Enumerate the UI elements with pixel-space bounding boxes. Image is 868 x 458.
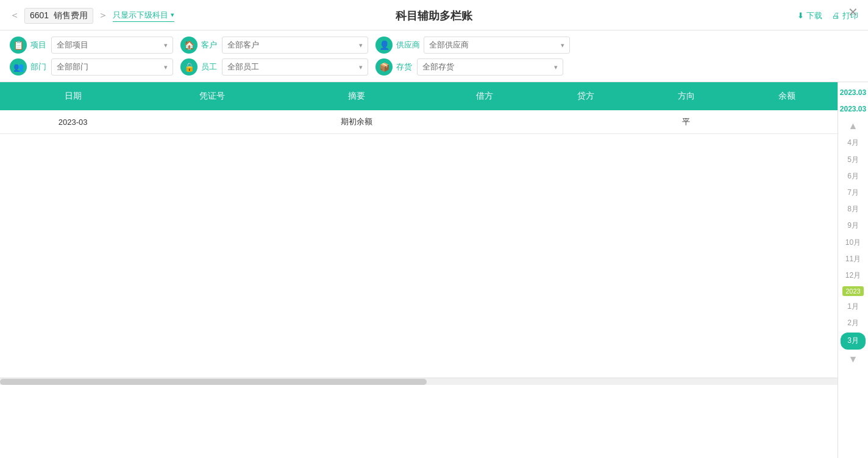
inventory-label: 存货 bbox=[396, 62, 413, 72]
customer-select[interactable]: 全部客户 ▾ bbox=[222, 37, 368, 54]
sidebar-year-badge: 2023 bbox=[842, 286, 863, 296]
dept-select[interactable]: 全部部门 ▾ bbox=[51, 58, 173, 76]
cell-voucher bbox=[146, 110, 279, 134]
table-header-row: 日期 凭证号 摘要 借方 贷方 方向 余额 bbox=[0, 82, 838, 110]
sidebar-scroll-down-button[interactable]: ▼ bbox=[842, 351, 864, 368]
inventory-select[interactable]: 全部存货 ▾ bbox=[417, 58, 563, 76]
supplier-value: 全部供应商 bbox=[429, 40, 469, 51]
show-sub-arrow-icon: ▾ bbox=[171, 11, 174, 19]
col-date: 日期 bbox=[0, 82, 146, 110]
project-select[interactable]: 全部项目 ▾ bbox=[51, 37, 173, 54]
right-sidebar: 2023.03 2023.03 ▲ 4月 5月 6月 7月 8月 9月 10月 … bbox=[838, 82, 868, 458]
account-code: 6601 销售费用 bbox=[24, 8, 93, 24]
sidebar-month-9[interactable]: 9月 bbox=[838, 217, 868, 234]
sidebar-month-6[interactable]: 6月 bbox=[838, 168, 868, 185]
sidebar-month-2[interactable]: 2月 bbox=[838, 315, 868, 331]
employee-select[interactable]: 全部员工 ▾ bbox=[222, 58, 368, 76]
sidebar-month-1[interactable]: 1月 bbox=[838, 298, 868, 315]
cell-debit bbox=[435, 110, 535, 134]
main-window: ＜ 6601 销售费用 ＞ 只显示下级科目 ▾ 科目辅助多栏账 ⬇ 下载 🖨 打… bbox=[0, 0, 868, 458]
sidebar-month-8[interactable]: 8月 bbox=[838, 201, 868, 217]
filter-item-customer: 🏠 客户 全部客户 ▾ bbox=[180, 37, 368, 54]
col-summary: 摘要 bbox=[279, 82, 434, 110]
nav-next-button[interactable]: ＞ bbox=[98, 9, 108, 22]
sidebar-month-3-active[interactable]: 3月 bbox=[841, 333, 866, 349]
customer-value: 全部客户 bbox=[227, 40, 259, 51]
filter-item-inventory: 📦 存货 全部存货 ▾ bbox=[375, 58, 563, 76]
cell-balance bbox=[737, 110, 838, 134]
supplier-arrow-icon: ▾ bbox=[561, 41, 564, 49]
filter-item-supplier: 👤 供应商 全部供应商 ▾ bbox=[375, 37, 570, 54]
filter-row-2: 👥 部门 全部部门 ▾ 🔒 员工 全部员工 ▾ 📦 存货 bbox=[10, 58, 858, 76]
sidebar-year-badge-container: 2023 bbox=[842, 284, 863, 298]
sidebar-month-2023-03-top1[interactable]: 2023.03 bbox=[838, 85, 868, 101]
show-sub-button[interactable]: 只显示下级科目 ▾ bbox=[113, 10, 174, 22]
employee-label: 员工 bbox=[201, 62, 218, 72]
cell-credit bbox=[535, 110, 636, 134]
table-area: 日期 凭证号 摘要 借方 贷方 方向 余额 2023-03 期初余额 平 bbox=[0, 82, 838, 458]
nav-prev-button[interactable]: ＜ bbox=[10, 9, 20, 22]
print-icon: 🖨 bbox=[832, 11, 840, 20]
col-debit: 借方 bbox=[435, 82, 535, 110]
col-voucher: 凭证号 bbox=[146, 82, 279, 110]
dept-arrow-icon: ▾ bbox=[164, 63, 168, 71]
project-icon: 📋 bbox=[10, 37, 27, 54]
customer-label: 客户 bbox=[201, 40, 218, 51]
supplier-icon: 👤 bbox=[375, 37, 393, 54]
ledger-table: 日期 凭证号 摘要 借方 贷方 方向 余额 2023-03 期初余额 平 bbox=[0, 82, 838, 134]
table-row[interactable]: 2023-03 期初余额 平 bbox=[0, 110, 838, 134]
project-label: 项目 bbox=[30, 40, 48, 51]
dept-icon: 👥 bbox=[10, 58, 27, 76]
title-bar: ＜ 6601 销售费用 ＞ 只显示下级科目 ▾ 科目辅助多栏账 ⬇ 下载 🖨 打… bbox=[0, 0, 868, 30]
filter-row-1: 📋 项目 全部项目 ▾ 🏠 客户 全部客户 ▾ 👤 供应商 bbox=[10, 37, 858, 54]
main-content: 日期 凭证号 摘要 借方 贷方 方向 余额 2023-03 期初余额 平 bbox=[0, 82, 868, 458]
sidebar-month-7[interactable]: 7月 bbox=[838, 185, 868, 201]
sidebar-month-5[interactable]: 5月 bbox=[838, 152, 868, 168]
sidebar-month-10[interactable]: 10月 bbox=[838, 234, 868, 251]
scrollbar-thumb[interactable] bbox=[0, 379, 427, 385]
col-direction: 方向 bbox=[636, 82, 736, 110]
supplier-select[interactable]: 全部供应商 ▾ bbox=[424, 37, 570, 54]
download-icon: ⬇ bbox=[797, 11, 804, 20]
page-title: 科目辅助多栏账 bbox=[396, 9, 472, 23]
dept-value: 全部部门 bbox=[57, 62, 88, 72]
cell-summary: 期初余额 bbox=[279, 110, 434, 134]
cell-date: 2023-03 bbox=[0, 110, 146, 134]
inventory-arrow-icon: ▾ bbox=[554, 63, 558, 71]
filter-item-project: 📋 项目 全部项目 ▾ bbox=[10, 37, 173, 54]
employee-icon: 🔒 bbox=[180, 58, 197, 76]
dept-label: 部门 bbox=[30, 62, 48, 72]
project-arrow-icon: ▾ bbox=[164, 41, 168, 49]
employee-value: 全部员工 bbox=[227, 62, 259, 72]
title-bar-left: ＜ 6601 销售费用 ＞ 只显示下级科目 ▾ bbox=[10, 8, 174, 24]
supplier-label: 供应商 bbox=[396, 40, 420, 51]
filter-bar: 📋 项目 全部项目 ▾ 🏠 客户 全部客户 ▾ 👤 供应商 bbox=[0, 30, 868, 82]
inventory-icon: 📦 bbox=[375, 58, 393, 76]
empty-area bbox=[0, 134, 838, 378]
project-value: 全部项目 bbox=[57, 40, 88, 51]
col-balance: 余额 bbox=[737, 82, 838, 110]
sidebar-month-2023-03-top2[interactable]: 2023.03 bbox=[838, 101, 868, 118]
customer-arrow-icon: ▾ bbox=[359, 41, 363, 49]
bottom-scrollbar[interactable] bbox=[0, 378, 838, 385]
employee-arrow-icon: ▾ bbox=[359, 63, 363, 71]
sidebar-month-12[interactable]: 12月 bbox=[838, 267, 868, 284]
table-body: 2023-03 期初余额 平 bbox=[0, 110, 838, 134]
sidebar-month-4[interactable]: 4月 bbox=[838, 135, 868, 151]
sidebar-month-11[interactable]: 11月 bbox=[838, 251, 868, 267]
customer-icon: 🏠 bbox=[180, 37, 197, 54]
close-button[interactable]: ✕ bbox=[848, 6, 858, 18]
col-credit: 贷方 bbox=[535, 82, 636, 110]
sidebar-scroll-up-button[interactable]: ▲ bbox=[842, 118, 864, 135]
filter-item-employee: 🔒 员工 全部员工 ▾ bbox=[180, 58, 368, 76]
download-button[interactable]: ⬇ 下载 bbox=[797, 10, 822, 21]
inventory-value: 全部存货 bbox=[422, 62, 454, 72]
filter-item-dept: 👥 部门 全部部门 ▾ bbox=[10, 58, 173, 76]
cell-direction: 平 bbox=[636, 110, 736, 134]
